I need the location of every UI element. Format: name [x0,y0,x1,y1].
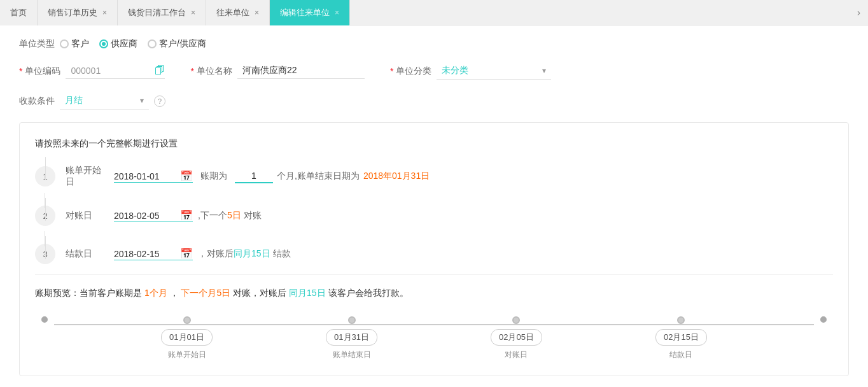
unit-name-input[interactable] [237,63,365,79]
tab-partner-unit-close[interactable]: × [255,8,259,17]
timeline-dot-3 [512,316,520,324]
timeline-node-2: 01月31日 账单结束日 [326,316,377,360]
radio-both[interactable]: 客户/供应商 [148,38,206,50]
timeline-container: 01月01日 账单开始日 01月31日 账单结束日 02月05日 对账日 [35,316,833,360]
unit-name-label: 单位名称 [197,66,232,77]
radio-supplier-label: 供应商 [111,38,137,50]
calendar-icon-1[interactable]: 📅 [180,170,193,182]
timeline-dot-2 [348,316,356,324]
row2-highlight: 5日 [227,210,241,222]
preview-text2: ， [170,288,179,298]
tab-sales-history-label: 销售订单历史 [48,7,97,18]
unit-info-row: * 单位编码 🗍 * 单位名称 * 单位分类 未分类 ▾ [19,62,849,80]
unit-type-row: 单位类型 客户 供应商 客户/供应商 [19,38,849,50]
tab-partner-unit[interactable]: 往来单位 × [206,0,270,25]
card-title: 请按照未来的一个完整帐期进行设置 [35,138,833,150]
row3-suffix: 结款 [273,248,291,260]
unit-category-field: * 单位分类 未分类 ▾ [390,62,551,80]
timeline-nodes: 01月01日 账单开始日 01月31日 账单结束日 02月05日 对账日 [41,316,827,360]
period-input[interactable] [235,169,273,183]
radio-customer-label: 客户 [71,38,89,50]
unit-category-required: * [390,66,393,76]
timeline-start [41,316,48,323]
preview-highlight2: 下一个月5日 [181,288,230,298]
unit-code-input-wrapper: 🗍 [66,63,165,79]
tab-cash-work[interactable]: 钱货日清工作台 × [118,0,206,25]
timeline-dot-4 [677,316,685,324]
unit-name-field: * 单位名称 [190,63,364,79]
tab-edit-partner[interactable]: 编辑往来单位 × [270,0,350,25]
row-label-3: 结款日 [66,248,104,260]
date-input-3: 📅 [114,248,193,260]
unit-category-select[interactable]: 未分类 ▾ [437,62,551,80]
tab-edit-partner-close[interactable]: × [335,8,339,17]
row-num-1: 1 [35,166,55,186]
radio-customer-circle [60,39,69,48]
payment-terms-value: 月结 [65,95,135,106]
timeline-label-1: 账单开始日 [168,349,206,360]
timeline-node-1: 01月01日 账单开始日 [161,316,213,360]
settings-card: 请按照未来的一个完整帐期进行设置 1 账单开始日 📅 账期为 个月,账单结束日期… [19,122,849,376]
preview-prefix: 账期预览：当前客户账期是 [35,288,142,298]
tab-home-label: 首页 [10,7,27,18]
date-input-2: 📅 [114,209,193,222]
payment-terms-select[interactable]: 月结 ▾ [60,92,149,109]
row-num-3: 3 [35,244,55,264]
payment-terms-row: 收款条件 月结 ▾ ? [19,92,849,109]
date-field-1[interactable] [114,171,178,181]
unit-code-input[interactable] [66,63,155,78]
preview-text: 账期预览：当前客户账期是 1个月 ， 下一个月5日 对账，对账后 同月15日 该… [35,285,833,301]
date-field-3[interactable] [114,249,178,259]
preview-text3: 对账，对账后 [233,288,286,298]
unit-code-field: * 单位编码 🗍 [19,63,165,79]
row3-highlight: 同月15日 [234,248,270,260]
row-num-2: 2 [35,206,55,226]
card-divider [35,274,833,275]
tab-home[interactable]: 首页 [0,0,38,25]
timeline-badge-4: 02月15日 [655,329,707,346]
unit-category-value: 未分类 [442,65,537,76]
timeline-badge-3: 02月05日 [491,329,542,346]
calendar-icon-3[interactable]: 📅 [180,248,193,260]
preview-suffix: 该客户会给我打款。 [328,288,409,298]
preview-highlight1: 1个月 [144,288,167,298]
main-content: 单位类型 客户 供应商 客户/供应商 * 单位编码 [0,25,868,387]
timeline-end-dot [820,316,827,323]
tab-sales-history[interactable]: 销售订单历史 × [38,0,118,25]
tab-partner-unit-label: 往来单位 [216,7,249,18]
setting-row-1: 1 账单开始日 📅 账期为 个月,账单结束日期为 2018年01月31日 [35,165,833,188]
tab-cash-work-close[interactable]: × [191,8,195,17]
calendar-icon-2[interactable]: 📅 [180,209,193,222]
end-date-highlight: 2018年01月31日 [363,171,430,182]
tab-edit-partner-label: 编辑往来单位 [280,7,330,18]
unit-type-radio-group: 客户 供应商 客户/供应商 [60,38,206,50]
radio-customer[interactable]: 客户 [60,38,89,50]
row2-prefix: ,下一个 [198,210,227,222]
row3-prefix: ，对账后 [198,248,234,260]
setting-row-2: 2 对账日 📅 ,下一个 5日 对账 [35,206,833,226]
tab-cash-work-label: 钱货日清工作台 [128,7,186,18]
tabs-bar: 首页 销售订单历史 × 钱货日清工作台 × 往来单位 × 编辑往来单位 × › [0,0,868,25]
date-field-2[interactable] [114,211,178,221]
date-input-1: 📅 [114,170,193,183]
help-icon[interactable]: ? [154,95,165,107]
setting-row-3: 3 结款日 📅 ，对账后 同月15日 结款 [35,244,833,264]
timeline-label-4: 结款日 [669,349,692,360]
tab-sales-history-close[interactable]: × [102,8,107,17]
row-label-2: 对账日 [66,210,104,222]
payment-terms-arrow: ▾ [140,96,144,105]
unit-code-icon[interactable]: 🗍 [155,65,165,76]
months-suffix: 个月,账单结束日期为 [277,171,360,182]
tabs-expand-button[interactable]: › [850,7,868,18]
timeline-label-2: 账单结束日 [333,349,371,360]
timeline-node-3: 02月05日 对账日 [491,316,542,360]
radio-supplier-circle [99,39,108,48]
unit-code-label: 单位编码 [25,66,60,77]
unit-type-field: 单位类型 客户 供应商 客户/供应商 [19,38,206,50]
radio-supplier[interactable]: 供应商 [99,38,137,50]
preview-highlight3: 同月15日 [289,288,326,298]
radio-both-circle [148,39,157,48]
timeline-label-3: 对账日 [505,349,528,360]
unit-name-required: * [190,66,193,76]
timeline-node-4: 02月15日 结款日 [655,316,707,360]
